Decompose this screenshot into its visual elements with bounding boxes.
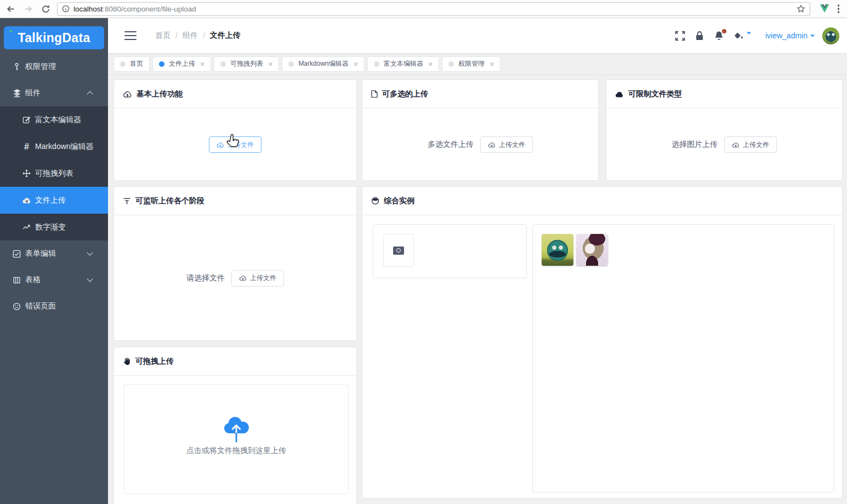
move-icon <box>22 169 31 177</box>
browser-forward-icon <box>22 3 34 15</box>
notifications-bell-icon[interactable] <box>714 31 724 41</box>
bookmark-star-icon[interactable] <box>797 4 805 13</box>
tab-label: 权限管理 <box>458 59 485 68</box>
tab-dot <box>288 61 294 67</box>
upload-file-button[interactable]: 上传文件 <box>480 136 533 153</box>
vue-devtools-icon[interactable] <box>819 4 830 14</box>
avatar[interactable] <box>822 27 839 44</box>
upload-file-button[interactable]: 上传文件 <box>209 136 262 153</box>
card-header: 基本上传功能 <box>114 80 356 108</box>
address-bar[interactable]: localhost:8080/component/file-upload <box>57 2 810 16</box>
sidebar-item-label: 富文本编辑器 <box>35 115 81 125</box>
funnel-icon <box>123 197 131 205</box>
app-frame: TalkingData 权限管理 组件 <box>0 18 847 504</box>
components-submenu: 富文本编辑器 # Markdown编辑器 可拖拽列表 <box>0 106 108 240</box>
tab-rich-text-editor[interactable]: 富文本编辑器 <box>367 56 439 72</box>
page-info-icon[interactable] <box>62 5 70 13</box>
upload-file-button[interactable]: 上传文件 <box>724 136 777 153</box>
close-icon[interactable] <box>354 60 358 68</box>
tab-markdown-editor[interactable]: Markdown编辑器 <box>282 56 365 72</box>
sidebar-item-error-pages[interactable]: 错误页面 <box>0 293 108 319</box>
card-title: 可多选的上传 <box>382 89 428 99</box>
breadcrumb-separator <box>170 31 183 40</box>
button-label: 上传文件 <box>743 140 769 150</box>
logo[interactable]: TalkingData <box>4 26 104 49</box>
tab-permission[interactable]: 权限管理 <box>442 56 501 72</box>
card-body: 上传文件 <box>114 108 356 181</box>
sidebar-item-table[interactable]: 表格 <box>0 267 108 293</box>
card-restrict-type: 可限制文件类型 选择图片上传 上传文件 <box>606 79 843 181</box>
caret-down-icon <box>810 35 815 39</box>
sidebar-item-label: 表格 <box>25 275 41 285</box>
close-icon[interactable] <box>428 60 433 68</box>
card-basic-upload: 基本上传功能 上传文件 <box>113 79 357 181</box>
card-body: 多选文件上传 上传文件 <box>362 108 598 181</box>
browser-toolbar: localhost:8080/component/file-upload <box>0 0 847 18</box>
drag-drop-zone[interactable]: 点击或将文件拖拽到这里上传 <box>124 384 349 494</box>
browser-menu-icon[interactable] <box>838 4 840 13</box>
user-menu[interactable]: iview_admin <box>765 31 815 40</box>
theme-paint-icon[interactable] <box>734 31 751 41</box>
close-icon[interactable] <box>200 60 204 68</box>
tab-home[interactable]: 首页 <box>113 56 150 72</box>
caret-down-icon <box>747 32 751 37</box>
close-icon[interactable] <box>268 60 272 68</box>
chevron-down-icon <box>87 249 93 255</box>
card-multi-upload: 可多选的上传 多选文件上传 上传文件 <box>362 79 599 181</box>
upload-file-button[interactable]: 上传文件 <box>231 270 284 287</box>
sidebar-item-label: 组件 <box>25 88 41 98</box>
page-content: 基本上传功能 上传文件 可多选的上传 <box>108 75 847 504</box>
compose-icon <box>22 116 31 124</box>
breadcrumb-home[interactable]: 首页 <box>155 31 170 41</box>
card-demo: 综合实例 <box>362 186 843 499</box>
cloud-upload-outline-icon <box>732 142 740 148</box>
sidebar-item-file-upload[interactable]: 文件上传 <box>0 187 108 214</box>
sidebar-item-label: 错误页面 <box>25 301 56 311</box>
lock-icon[interactable] <box>695 31 704 41</box>
card-header: 可限制文件类型 <box>606 80 842 108</box>
sidebar-item-label: 可拖拽列表 <box>35 169 73 179</box>
sidebar-item-form-edit[interactable]: 表单编辑 <box>0 240 108 267</box>
sidebar-item-label: Markdown编辑器 <box>35 142 94 152</box>
tab-label: Markdown编辑器 <box>298 59 348 68</box>
header-actions: iview_admin <box>666 27 847 44</box>
hamburger-menu-icon[interactable] <box>124 31 137 41</box>
tab-label: 富文本编辑器 <box>384 59 423 68</box>
card-title: 综合实例 <box>384 196 414 206</box>
drag-hint-text: 点击或将文件拖拽到这里上传 <box>186 446 286 456</box>
card-header: 可多选的上传 <box>362 80 598 108</box>
sidebar-item-components[interactable]: 组件 <box>0 80 108 106</box>
table-icon <box>12 276 21 284</box>
uploaded-image-thumbnail[interactable] <box>576 234 608 266</box>
document-icon <box>371 90 378 98</box>
cloud-icon <box>615 91 624 98</box>
browser-back-icon[interactable] <box>4 3 16 15</box>
close-icon[interactable] <box>490 60 494 68</box>
trending-up-icon <box>22 223 31 231</box>
avatar-upload-panel <box>373 224 527 278</box>
tab-file-upload[interactable]: 文件上传 <box>152 56 211 72</box>
sidebar-item-draggable-list[interactable]: 可拖拽列表 <box>0 160 108 187</box>
upload-hint-label: 请选择文件 <box>186 273 225 283</box>
chevron-down-icon <box>87 276 93 282</box>
fullscreen-icon[interactable] <box>675 31 685 41</box>
card-body: 请选择文件 上传文件 <box>114 215 356 341</box>
card-body <box>362 215 842 499</box>
chevron-up-icon <box>87 91 93 97</box>
sidebar-item-markdown-editor[interactable]: # Markdown编辑器 <box>0 133 108 160</box>
sidebar-item-rich-text-editor[interactable]: 富文本编辑器 <box>0 106 108 133</box>
app-header: 首页 组件 文件上传 <box>108 18 847 53</box>
browser-reload-icon[interactable] <box>39 3 52 15</box>
breadcrumb-components[interactable]: 组件 <box>183 31 198 41</box>
tab-draggable-list[interactable]: 可拖拽列表 <box>214 56 279 72</box>
sidebar-item-number-gradient[interactable]: 数字渐变 <box>0 214 108 240</box>
card-title: 可限制文件类型 <box>628 89 682 99</box>
uploaded-image-thumbnail[interactable] <box>542 234 573 266</box>
username-label: iview_admin <box>765 31 808 40</box>
url-host: localhost <box>73 5 103 13</box>
breadcrumb: 首页 组件 文件上传 <box>155 31 241 41</box>
camera-upload-dropzone[interactable] <box>383 234 414 267</box>
main-area: 首页 组件 文件上传 <box>108 18 847 504</box>
sidebar-item-permission[interactable]: 权限管理 <box>0 54 108 80</box>
card-header: 可监听上传各个阶段 <box>114 187 356 215</box>
